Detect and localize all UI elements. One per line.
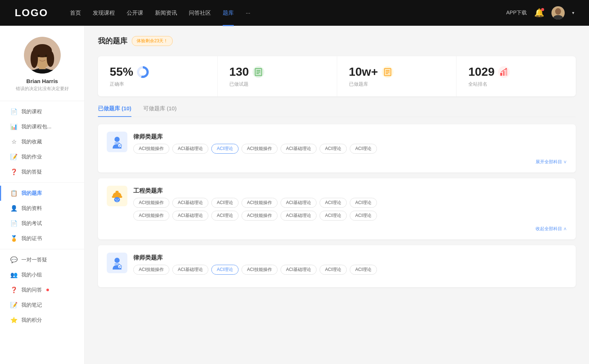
groups-icon: 👥 xyxy=(10,271,18,278)
tag-0-4[interactable]: ACI基础理论 xyxy=(281,144,317,154)
tag-1-2[interactable]: ACI理论 xyxy=(211,198,239,208)
tag-2-5[interactable]: ACI理论 xyxy=(320,265,347,275)
tab-available-banks[interactable]: 可做题库 (10) xyxy=(143,105,177,117)
user-avatar[interactable] xyxy=(551,6,565,19)
svg-point-12 xyxy=(45,55,47,57)
tag-0-5[interactable]: ACI理论 xyxy=(320,144,347,154)
nav-open-course[interactable]: 公开课 xyxy=(127,10,143,17)
tag-1-6[interactable]: ACI理论 xyxy=(350,198,377,208)
sidebar-item-notes[interactable]: 📝 我的笔记 xyxy=(0,297,84,313)
sidebar-item-groups[interactable]: 👥 我的小组 xyxy=(0,267,84,282)
nav-qa[interactable]: 问答社区 xyxy=(189,10,211,17)
tag-2-4[interactable]: ACI基础理论 xyxy=(281,265,317,275)
sidebar-item-favorites[interactable]: ☆ 我的收藏 xyxy=(0,134,84,149)
qbank-icon-lawyer-2 xyxy=(107,253,127,273)
accuracy-chart xyxy=(137,66,149,78)
tag-0-2[interactable]: ACI理论 xyxy=(211,144,239,154)
svg-rect-24 xyxy=(500,73,502,76)
certificate-icon: 🏅 xyxy=(10,235,18,242)
tag-1-0[interactable]: ACI技能操作 xyxy=(133,198,169,208)
qbank-header-0: 律师类题库 ACI技能操作 ACI基础理论 ACI理论 ACI技能操作 ACI基… xyxy=(107,132,567,154)
qbank-header-1: 工程类题库 ACI技能操作 ACI基础理论 ACI理论 ACI技能操作 ACI基… xyxy=(107,186,567,221)
collapse-link-1[interactable]: 收起全部科目 ∧ xyxy=(107,226,567,232)
tag-1-5[interactable]: ACI理论 xyxy=(320,198,347,208)
sidebar-item-qa[interactable]: ❓ 我的答疑 xyxy=(0,164,84,179)
tag-1-ex-5[interactable]: ACI理论 xyxy=(320,211,347,221)
svg-rect-37 xyxy=(114,264,120,264)
svg-rect-32 xyxy=(116,191,119,193)
tag-2-6[interactable]: ACI理论 xyxy=(350,265,377,275)
sidebar-item-course[interactable]: 📄 我的课程 xyxy=(0,104,84,119)
sidebar-item-points[interactable]: ⭐ 我的积分 xyxy=(0,313,84,328)
tag-0-0[interactable]: ACI技能操作 xyxy=(133,144,169,154)
sidebar-item-certificate[interactable]: 🏅 我的证书 xyxy=(0,231,84,246)
qa-dot xyxy=(46,289,49,291)
tag-2-3[interactable]: ACI技能操作 xyxy=(241,265,278,275)
rank-label: 全站排名 xyxy=(468,81,564,88)
stat-top-banks: 10w+ xyxy=(349,65,445,79)
profile-motto: 错误的决定比没有决定要好 xyxy=(7,86,77,92)
sidebar-item-exam[interactable]: 📄 我的考试 xyxy=(0,216,84,231)
tag-0-3[interactable]: ACI技能操作 xyxy=(241,144,278,154)
rank-icon xyxy=(498,66,510,78)
page-header: 我的题库 体验剩余23天！ xyxy=(98,36,576,46)
nav-home[interactable]: 首页 xyxy=(70,10,81,17)
stat-top-done: 130 xyxy=(229,65,325,79)
tabs-row: 已做题库 (10) 可做题库 (10) xyxy=(98,105,576,117)
expand-link-0[interactable]: 展开全部科目 ∨ xyxy=(107,159,567,165)
tag-0-6[interactable]: ACI理论 xyxy=(350,144,377,154)
sidebar-item-course-package[interactable]: 📊 我的课程包... xyxy=(0,119,84,134)
nav-more[interactable]: ··· xyxy=(246,10,250,17)
done-banks-icon xyxy=(382,66,394,78)
svg-point-35 xyxy=(118,199,119,200)
qa-icon: ❓ xyxy=(10,168,18,175)
profile-icon: 👤 xyxy=(10,205,18,212)
user-menu-chevron[interactable]: ▾ xyxy=(572,10,574,15)
qbank-tags-0: ACI技能操作 ACI基础理论 ACI理论 ACI技能操作 ACI基础理论 AC… xyxy=(133,144,377,154)
notes-icon: 📝 xyxy=(10,301,18,308)
done-banks-value: 10w+ xyxy=(349,65,378,79)
sidebar-item-1on1[interactable]: 💬 一对一答疑 xyxy=(0,252,84,267)
sidebar-item-homework[interactable]: 📝 我的作业 xyxy=(0,149,84,164)
tag-2-0[interactable]: ACI技能操作 xyxy=(133,265,169,275)
accuracy-value: 55% xyxy=(110,65,133,79)
qbank-name-1: 工程类题库 xyxy=(133,186,377,195)
qbank-info-1: 工程类题库 ACI技能操作 ACI基础理论 ACI理论 ACI技能操作 ACI基… xyxy=(133,186,377,221)
points-icon: ⭐ xyxy=(10,317,18,324)
sidebar-item-profile[interactable]: 👤 我的资料 xyxy=(0,201,84,216)
qbank-card-0: 律师类题库 ACI技能操作 ACI基础理论 ACI理论 ACI技能操作 ACI基… xyxy=(98,124,576,172)
sidebar-item-qbank[interactable]: 📋 我的题库 xyxy=(0,186,84,201)
svg-point-34 xyxy=(116,199,116,200)
tag-1-ex-0[interactable]: ACI技能操作 xyxy=(133,211,169,221)
tag-1-ex-4[interactable]: ACI基础理论 xyxy=(281,211,317,221)
tag-2-2[interactable]: ACI理论 xyxy=(211,265,239,275)
tag-1-1[interactable]: ACI基础理论 xyxy=(172,198,208,208)
qbank-icon-lawyer-0 xyxy=(107,132,127,152)
tab-done-banks[interactable]: 已做题库 (10) xyxy=(98,105,131,117)
svg-point-11 xyxy=(38,55,40,57)
qbank-tags-1: ACI技能操作 ACI基础理论 ACI理论 ACI技能操作 ACI基础理论 AC… xyxy=(133,198,377,208)
tag-1-ex-1[interactable]: ACI基础理论 xyxy=(172,211,208,221)
svg-point-28 xyxy=(114,137,120,142)
qbank-header-2: 律师类题库 ACI技能操作 ACI基础理论 ACI理论 ACI技能操作 ACI基… xyxy=(107,253,567,275)
tag-1-ex-3[interactable]: ACI技能操作 xyxy=(241,211,278,221)
nav-discover[interactable]: 发现课程 xyxy=(93,10,115,17)
stat-done-banks: 10w+ 已做题库 xyxy=(337,56,457,96)
tag-2-1[interactable]: ACI基础理论 xyxy=(172,265,208,275)
done-banks-label: 已做题库 xyxy=(349,81,445,88)
tag-1-3[interactable]: ACI技能操作 xyxy=(241,198,278,208)
qbank-card-1: 工程类题库 ACI技能操作 ACI基础理论 ACI理论 ACI技能操作 ACI基… xyxy=(98,178,576,239)
nav-qbank[interactable]: 题库 xyxy=(223,10,234,17)
tag-1-ex-2[interactable]: ACI理论 xyxy=(211,211,239,221)
notification-bell[interactable]: 🔔 xyxy=(534,8,544,18)
tag-0-1[interactable]: ACI基础理论 xyxy=(172,144,208,154)
qbank-info-2: 律师类题库 ACI技能操作 ACI基础理论 ACI理论 ACI技能操作 ACI基… xyxy=(133,253,377,275)
nav-news[interactable]: 新闻资讯 xyxy=(155,10,177,17)
sidebar-item-myqa[interactable]: ❓ 我的问答 xyxy=(0,282,84,297)
app-download-link[interactable]: APP下载 xyxy=(506,10,527,16)
tag-1-ex-6[interactable]: ACI理论 xyxy=(350,211,377,221)
svg-point-9 xyxy=(31,50,38,68)
tag-1-4[interactable]: ACI基础理论 xyxy=(281,198,317,208)
svg-point-27 xyxy=(505,68,507,69)
svg-point-36 xyxy=(114,258,120,263)
